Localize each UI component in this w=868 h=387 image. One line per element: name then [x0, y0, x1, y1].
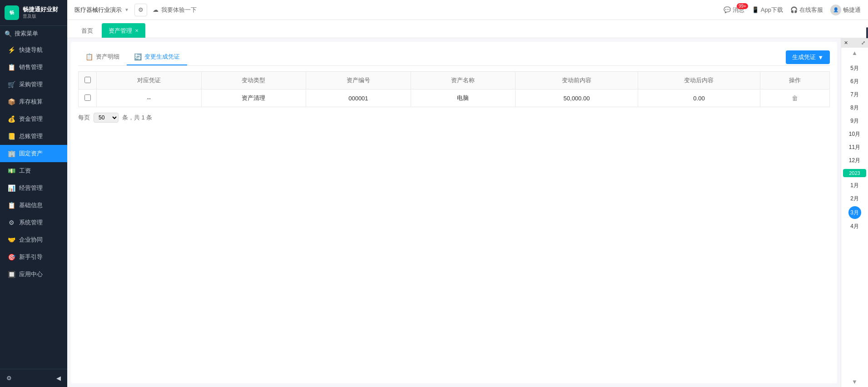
sidebar-item-sales-label: 销售管理	[19, 63, 43, 71]
ledger-icon: 📒	[7, 133, 15, 140]
month-oct[interactable]: 10月	[841, 128, 868, 141]
operations-icon: 📊	[7, 184, 15, 192]
avatar: 👤	[830, 5, 841, 15]
month-jul[interactable]: 7月	[841, 88, 868, 101]
customer-service-button[interactable]: 🎧 在线客服	[790, 6, 823, 14]
sidebar-item-system[interactable]: ⚙ 系统管理	[0, 214, 67, 231]
sub-tab-asset-list-label: 资产明细	[96, 53, 119, 61]
sidebar-item-guide-label: 新手引导	[19, 253, 43, 261]
delete-button[interactable]: 🗑	[792, 94, 798, 102]
collapse-button[interactable]: ◀	[55, 373, 63, 383]
generate-voucher-label: 生成凭证	[792, 53, 816, 61]
sidebar: 畅 畅捷通好业财 普及版 🔍 搜索菜单 ⚡ 快捷导航 📋 销售管理 🛒 采购管理…	[0, 0, 67, 387]
sidebar-item-purchase-label: 采购管理	[19, 80, 43, 89]
sidebar-item-payroll-label: 工资	[19, 167, 31, 175]
sidebar-item-purchase[interactable]: 🛒 采购管理	[0, 76, 67, 93]
topbar: 医疗器械行业演示 ▼ ⚙ ☁ 我要体验一下 💬 消息 99+ 📱 App下载 🎧…	[67, 0, 868, 20]
sidebar-item-sales[interactable]: 📋 销售管理	[0, 59, 67, 76]
tab-asset-mgmt[interactable]: 资产管理 ✕	[102, 23, 145, 38]
close-panel-button[interactable]: ✕	[844, 40, 848, 46]
month-jun[interactable]: 6月	[841, 75, 868, 88]
sidebar-item-appstore[interactable]: 🔲 应用中心	[0, 266, 67, 283]
row-checkbox[interactable]	[84, 94, 91, 101]
expand-panel-button[interactable]: ⤢	[861, 40, 865, 46]
th-checkbox	[79, 72, 97, 89]
calendar-scroll: 5月 6月 7月 8月 9月 10月 11月 12月 2023 1月 2月 3月…	[841, 58, 868, 377]
sidebar-footer: ⚙ ◀	[0, 369, 67, 387]
sidebar-item-operations-label: 经营管理	[19, 184, 43, 192]
experience-label: 我要体验一下	[161, 6, 197, 14]
month-aug[interactable]: 8月	[841, 101, 868, 114]
change-voucher-icon: 🔄	[134, 53, 142, 60]
funds-icon: 💰	[7, 115, 15, 123]
sub-tab-asset-list[interactable]: 📋 资产明细	[78, 49, 127, 65]
service-icon: 🎧	[790, 6, 798, 13]
tab-home[interactable]: 首页	[74, 23, 100, 38]
row-change-type: 资产清理	[201, 89, 306, 107]
sidebar-item-enterprise[interactable]: 🤝 企业协同	[0, 231, 67, 248]
calendar-prev-button[interactable]: ▲	[841, 48, 868, 58]
month-dec[interactable]: 12月	[841, 154, 868, 167]
search-menu-item[interactable]: 🔍 搜索菜单	[0, 26, 67, 41]
user-menu-button[interactable]: 👤 畅捷通	[830, 5, 861, 15]
th-asset-code: 资产编号	[306, 72, 411, 89]
sidebar-item-base[interactable]: 📋 基础信息	[0, 197, 67, 214]
table-header-row: 对应凭证 变动类型 资产编号 资产名称 变动前内容 变动后内容 操作	[79, 72, 830, 89]
select-all-checkbox[interactable]	[84, 77, 91, 83]
row-asset-code[interactable]: 000001	[306, 89, 411, 107]
sidebar-nav: 📋 销售管理 🛒 采购管理 📦 库存核算 💰 资金管理 📒 总账管理 🏢 固定资…	[0, 59, 67, 369]
app-title: 畅捷通好业财	[23, 6, 58, 13]
sales-icon: 📋	[7, 64, 15, 71]
base-icon: 📋	[7, 202, 15, 209]
sidebar-item-ledger[interactable]: 📒 总账管理	[0, 128, 67, 145]
cloud-icon: ☁	[153, 6, 159, 13]
topbar-right: 💬 消息 99+ 📱 App下载 🎧 在线客服 👤 畅捷通	[724, 5, 861, 15]
sidebar-item-base-label: 基础信息	[19, 201, 43, 209]
sidebar-item-guide[interactable]: 🎯 新手引导	[0, 248, 67, 266]
month-may[interactable]: 5月	[841, 62, 868, 75]
company-settings-button[interactable]: ⚙	[134, 4, 147, 16]
year-current-badge[interactable]: 2023	[843, 169, 866, 177]
messages-button[interactable]: 💬 消息 99+	[724, 6, 744, 14]
customer-service-label: 在线客服	[799, 6, 823, 14]
sidebar-item-funds[interactable]: 💰 资金管理	[0, 110, 67, 128]
row-before-content: 50,000.00	[516, 89, 638, 107]
app-subtitle: 普及版	[23, 13, 58, 20]
row-operation-cell: 🗑	[760, 89, 830, 107]
company-name: 医疗器械行业演示	[74, 6, 122, 14]
app-download-button[interactable]: 📱 App下载	[752, 6, 783, 14]
month-mar[interactable]: 3月	[848, 206, 861, 219]
month-apr[interactable]: 4月	[841, 220, 868, 233]
settings-button[interactable]: ⚙	[5, 373, 14, 383]
sidebar-item-quick-nav[interactable]: ⚡ 快捷导航	[0, 41, 67, 59]
app-download-label: App下载	[761, 6, 783, 14]
month-sep[interactable]: 9月	[841, 114, 868, 128]
month-jan[interactable]: 1月	[841, 179, 868, 192]
sub-tab-change-voucher-label: 变更生成凭证	[144, 53, 180, 61]
sidebar-item-quick-nav-label: 快捷导航	[19, 46, 43, 54]
system-icon: ⚙	[7, 219, 15, 226]
month-feb[interactable]: 2月	[841, 192, 868, 205]
sidebar-item-inventory[interactable]: 📦 库存核算	[0, 93, 67, 110]
appstore-icon: 🔲	[7, 271, 15, 278]
th-after-content: 变动后内容	[638, 72, 760, 89]
sidebar-item-operations[interactable]: 📊 经营管理	[0, 179, 67, 197]
pagination: 每页 50 10 20 100 条，共 1 条	[78, 107, 830, 123]
per-page-select[interactable]: 50 10 20 100	[94, 113, 119, 123]
calendar-next-button[interactable]: ▼	[841, 377, 868, 387]
download-icon: 📱	[752, 6, 759, 13]
total-text: 条，共 1 条	[122, 114, 152, 122]
experience-button[interactable]: ☁ 我要体验一下	[153, 6, 197, 14]
payroll-icon: 💵	[7, 167, 15, 174]
company-selector[interactable]: 医疗器械行业演示 ▼	[74, 6, 129, 14]
tab-close-icon[interactable]: ✕	[135, 28, 139, 33]
row-after-content: 0.00	[638, 89, 760, 107]
generate-voucher-button[interactable]: 生成凭证 ▼	[786, 50, 830, 64]
quick-nav-icon: ⚡	[7, 46, 15, 54]
sub-tab-change-voucher[interactable]: 🔄 变更生成凭证	[127, 49, 187, 65]
month-nov[interactable]: 11月	[841, 141, 868, 154]
sidebar-item-fixed-assets[interactable]: 🏢 固定资产	[0, 145, 67, 162]
tab-home-label: 首页	[81, 27, 93, 35]
settings-icon: ⚙	[6, 375, 12, 382]
sidebar-item-payroll[interactable]: 💵 工资	[0, 162, 67, 179]
